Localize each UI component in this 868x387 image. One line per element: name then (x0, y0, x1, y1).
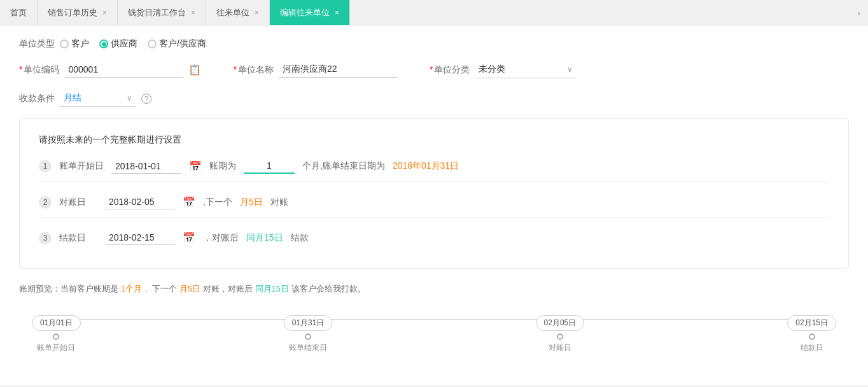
period-num-1: 1 (39, 160, 52, 172)
timeline-date-1: 01月01日 (32, 315, 81, 331)
period-row3-prefix: ，对账后 (203, 232, 239, 244)
tab-expand-button[interactable]: › (850, 0, 868, 25)
unit-type-label: 单位类型 (19, 38, 55, 50)
timeline-dot-1 (53, 334, 59, 340)
period-row-1: 1 账单开始日 📅 账期为 个月,账单结束日期为 2018年01月31日 (39, 158, 829, 182)
unit-type-row: 单位类型 客户 供应商 客户/供应商 (19, 38, 849, 50)
radio-circle-supplier (99, 39, 108, 48)
timeline-dot-3 (557, 334, 563, 340)
period-field-label-1: 账单开始日 (59, 160, 104, 172)
period-payment-cal-icon[interactable]: 📅 (183, 232, 195, 244)
payment-arrow-icon: ∨ (127, 94, 132, 102)
timeline-label-1: 账单开始日 (37, 342, 75, 353)
payment-row: 收款条件 月结 ∨ ? (19, 90, 849, 107)
radio-supplier[interactable]: 供应商 (99, 38, 137, 50)
timeline-date-3: 02月05日 (536, 315, 585, 331)
unit-class-arrow-icon: ∨ (567, 65, 573, 74)
preview-prefix: 账期预览：当前客户账期是 (19, 284, 118, 293)
timeline-dot-2 (305, 334, 311, 340)
unit-name-label: *单位名称 (233, 64, 273, 76)
tab-close-cash-work[interactable]: × (191, 8, 195, 17)
period-box: 请按照未来的一个完整帐期进行设置 1 账单开始日 📅 账期为 个月,账单结束日期… (19, 118, 849, 269)
timeline-node-2: 01月31日 账单结束日 (284, 315, 333, 353)
timeline-dot-4 (809, 334, 815, 340)
period-row-2: 2 对账日 📅 ,下一个 月5日 对账 (39, 195, 829, 218)
unit-class-select[interactable]: 未分类 ∨ (475, 61, 577, 78)
period-field-label-3: 结款日 (59, 232, 97, 244)
radio-label-customer: 客户 (71, 38, 89, 50)
period-reconcile-date-input[interactable] (105, 195, 175, 209)
required-star-name: * (233, 64, 236, 74)
tab-edit-partner[interactable]: 编辑往来单位 × (270, 0, 350, 25)
radio-label-supplier: 供应商 (111, 38, 137, 50)
tab-close-edit-partner[interactable]: × (335, 8, 339, 17)
payment-select[interactable]: 月结 ∨ (60, 90, 136, 107)
timeline-container: 01月01日 账单开始日 01月31日 账单结束日 02月05日 对账日 02月… (19, 309, 849, 372)
unit-type-radio-group: 客户 供应商 客户/供应商 (60, 38, 206, 50)
timeline-label-3: 对账日 (549, 342, 571, 353)
unit-info-row: *单位编码 📋 *单位名称 *单位分类 未分类 ∨ (19, 61, 849, 78)
preview-middle: 下一个 (152, 284, 177, 293)
tab-cash-work[interactable]: 钱货日清工作台 × (118, 0, 206, 25)
unit-code-item: *单位编码 📋 (19, 62, 201, 78)
timeline-node-1: 01月01日 账单开始日 (32, 315, 81, 353)
required-star-code: * (19, 64, 22, 74)
payment-label: 收款条件 (19, 93, 55, 104)
tab-bar: 首页 销售订单历史 × 钱货日清工作台 × 往来单位 × 编辑往来单位 × › (0, 0, 868, 25)
period-row3-suffix: 结款 (291, 232, 309, 244)
period-row-3: 3 结款日 📅 ，对账后 同月15日 结款 (39, 230, 829, 253)
period-num-2: 2 (39, 196, 52, 209)
radio-circle-both (148, 39, 157, 48)
payment-value: 月结 (64, 92, 123, 104)
period-start-cal-icon[interactable]: 📅 (189, 160, 202, 172)
timeline-label-2: 账单结束日 (289, 342, 327, 353)
unit-class-item: *单位分类 未分类 ∨ (430, 61, 577, 78)
period-row2-highlight: 月5日 (240, 197, 263, 208)
preview-section: 账期预览：当前客户账期是 1个月， 下一个 月5日 对账，对账后 同月15日 该… (19, 281, 849, 296)
period-num-3: 3 (39, 232, 52, 244)
period-label-text: 账期为 (209, 160, 236, 172)
unit-code-doc-icon[interactable]: 📋 (188, 64, 201, 76)
tab-close-sales-history[interactable]: × (102, 8, 107, 17)
unit-code-label: *单位编码 (19, 64, 59, 76)
period-row2-prefix: ,下一个 (203, 197, 232, 208)
radio-customer[interactable]: 客户 (60, 38, 89, 50)
unit-name-input[interactable] (279, 62, 398, 78)
period-months-input[interactable] (244, 158, 295, 174)
tab-close-partner[interactable]: × (255, 8, 259, 17)
preview-highlight1: 1个月， (121, 284, 150, 293)
timeline-date-4: 02月15日 (787, 315, 836, 331)
timeline-label-4: 结款日 (801, 342, 823, 353)
preview-highlight3: 同月15日 (255, 284, 289, 293)
unit-name-item: *单位名称 (233, 62, 397, 78)
tab-partner[interactable]: 往来单位 × (206, 0, 270, 25)
tab-home[interactable]: 首页 (0, 0, 38, 25)
period-unit-text: 个月,账单结束日期为 (302, 160, 385, 172)
period-payment-date-input[interactable] (105, 230, 175, 245)
period-row3-highlight: 同月15日 (246, 232, 283, 244)
period-title: 请按照未来的一个完整帐期进行设置 (39, 134, 829, 146)
radio-circle-customer (60, 39, 69, 48)
unit-class-value: 未分类 (479, 64, 563, 75)
timeline-node-3: 02月05日 对账日 (536, 315, 585, 353)
period-start-date-input[interactable] (111, 159, 181, 174)
period-field-label-2: 对账日 (59, 197, 97, 208)
unit-class-label: *单位分类 (430, 64, 470, 76)
payment-item: 收款条件 月结 ∨ ? (19, 90, 151, 107)
period-row2-suffix: 对账 (270, 197, 288, 208)
period-reconcile-cal-icon[interactable]: 📅 (183, 196, 195, 208)
timeline-date-2: 01月31日 (284, 315, 333, 331)
required-star-class: * (430, 64, 433, 74)
preview-highlight2: 月5日 (179, 284, 200, 293)
timeline-node-4: 02月15日 结款日 (787, 315, 836, 353)
preview-middle2: 对账，对账后 (203, 284, 253, 293)
period-end-date-text: 2018年01月31日 (393, 160, 459, 172)
preview-suffix: 该客户会给我打款。 (291, 284, 366, 293)
radio-label-both: 客户/供应商 (159, 38, 206, 50)
radio-both[interactable]: 客户/供应商 (148, 38, 206, 50)
unit-code-input[interactable] (64, 62, 183, 78)
unit-type-item: 单位类型 客户 供应商 客户/供应商 (19, 38, 206, 50)
payment-help-icon[interactable]: ? (141, 94, 151, 104)
tab-sales-history[interactable]: 销售订单历史 × (38, 0, 118, 25)
main-content: 单位类型 客户 供应商 客户/供应商 *单位编码 (0, 25, 868, 385)
